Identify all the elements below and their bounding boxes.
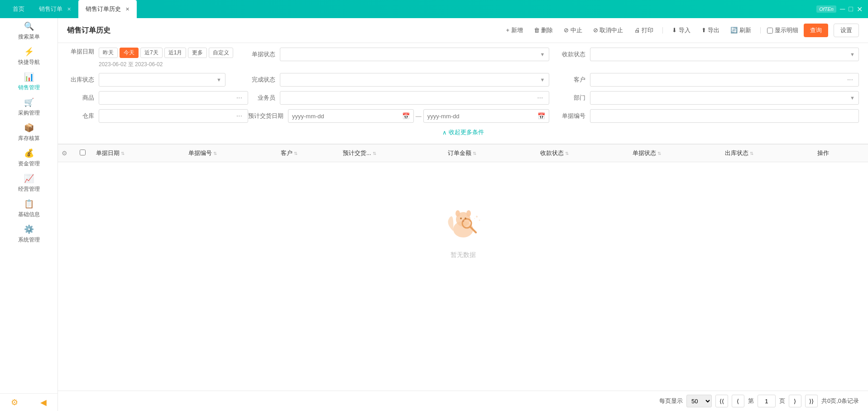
page-title-row: 销售订单历史 + 新增 🗑 删除 ⊘ 中止 ⊘ 取消中止 🖨 打印 ⬇ 导入 ⬆… — [67, 24, 859, 37]
delivery-start-input[interactable] — [292, 113, 400, 120]
salesperson-label: 业务员 — [248, 94, 280, 102]
warehouse-input[interactable] — [103, 113, 235, 120]
stop-button[interactable]: ⊘ 中止 — [561, 24, 585, 36]
date-btn-more[interactable]: 更多 — [188, 48, 207, 58]
page-go-label: 第 — [748, 397, 754, 405]
delivery-end-wrap: 📅 — [423, 109, 549, 123]
th-date-sort[interactable]: 单据日期 ⇅ — [96, 149, 181, 157]
goods-ellipsis[interactable]: ··· — [235, 94, 244, 102]
first-page-button[interactable]: ⟨⟨ — [715, 395, 728, 407]
maximize-icon[interactable]: □ — [849, 5, 853, 13]
th-number-sort[interactable]: 单据编号 ⇅ — [188, 149, 273, 157]
goods-label: 商品 — [67, 94, 99, 102]
delivery-end-input[interactable] — [427, 113, 536, 120]
filter-area: 单据日期 昨天 今天 近7天 近1月 更多 自定义 2023-06-02 至 2… — [58, 43, 868, 144]
th-order-status-sort[interactable]: 单据状态 ⇅ — [633, 149, 718, 157]
th-amount-sort[interactable]: 订单金额 ⇅ — [448, 149, 533, 157]
filter-row-2: 出库状态 ▼ 完成状态 ▼ 客户 — [67, 73, 859, 87]
export-button[interactable]: ⬆ 导出 — [699, 24, 723, 36]
last-page-button[interactable]: ⟩⟩ — [805, 395, 818, 407]
close-sales-order-icon[interactable]: ✕ — [67, 6, 71, 12]
customer-input[interactable] — [594, 77, 845, 83]
settings-button[interactable]: 设置 — [834, 24, 859, 37]
cancel-stop-button[interactable]: ⊘ 取消中止 — [590, 24, 626, 36]
goods-input[interactable] — [103, 95, 235, 102]
page-number-input[interactable] — [758, 395, 776, 407]
query-button[interactable]: 查询 — [804, 24, 828, 37]
date-btn-1month[interactable]: 近1月 — [164, 48, 187, 58]
calendar-start-icon[interactable]: 📅 — [402, 112, 410, 120]
date-btn-today[interactable]: 今天 — [120, 48, 139, 58]
sidebar-item-finance-label: 资金管理 — [18, 160, 40, 168]
select-all-checkbox[interactable] — [80, 150, 86, 155]
tab-sales-order-history-label: 销售订单历史 — [86, 5, 121, 13]
collapse-sidebar-icon[interactable]: ◀ — [40, 397, 47, 407]
customer-ellipsis[interactable]: ··· — [845, 76, 855, 84]
sidebar-item-operations-label: 经营管理 — [18, 185, 40, 193]
th-customer-sort-icon: ⇅ — [294, 151, 297, 156]
salesperson-ellipsis[interactable]: ··· — [535, 94, 545, 102]
order-status-select[interactable]: ▼ — [280, 48, 549, 61]
print-button[interactable]: 🖨 打印 — [632, 24, 657, 36]
sidebar-item-operations[interactable]: 📈 经营管理 — [0, 170, 58, 196]
sidebar-item-system[interactable]: ⚙️ 系统管理 — [0, 221, 58, 247]
tab-home[interactable]: 首页 — [5, 0, 32, 18]
display-detail-checkbox-label[interactable]: 显示明细 — [767, 26, 798, 34]
minimize-icon[interactable]: ─ — [840, 5, 845, 13]
date-btn-custom[interactable]: 自定义 — [209, 48, 233, 58]
sidebar-item-sales-mgmt[interactable]: 📊 销售管理 — [0, 69, 58, 94]
new-button[interactable]: + 新增 — [503, 24, 525, 36]
warehouse-ellipsis[interactable]: ··· — [235, 112, 244, 120]
delivery-start-wrap: 📅 — [288, 109, 414, 123]
empty-state-cell: 暂无数据 — [58, 162, 868, 296]
import-button[interactable]: ⬇ 导入 — [669, 24, 693, 36]
prev-page-button[interactable]: ⟨ — [732, 395, 744, 407]
table-header-row: ⚙ 单据日期 ⇅ 单据编号 — [58, 145, 868, 162]
th-payment-sort[interactable]: 收款状态 ⇅ — [540, 149, 625, 157]
th-actions-label: 操作 — [817, 150, 829, 156]
table-settings-icon[interactable]: ⚙ — [62, 150, 67, 157]
delete-button[interactable]: 🗑 删除 — [531, 24, 556, 36]
department-select[interactable]: ▼ — [590, 91, 859, 105]
page-header: 销售订单历史 + 新增 🗑 删除 ⊘ 中止 ⊘ 取消中止 🖨 打印 ⬇ 导入 ⬆… — [58, 18, 868, 43]
tab-sales-order[interactable]: 销售订单 ✕ — [32, 0, 78, 18]
calendar-end-icon[interactable]: 📅 — [537, 112, 545, 120]
sidebar-item-quick-nav[interactable]: ⚡ 快捷导航 — [0, 44, 58, 69]
toolbar-divider — [662, 27, 663, 34]
empty-illustration — [441, 198, 486, 244]
display-detail-checkbox[interactable] — [767, 28, 773, 34]
empty-text: 暂无数据 — [451, 251, 476, 259]
sidebar-item-search-menu[interactable]: 🔍 搜索菜单 — [0, 18, 58, 44]
department-label: 部门 — [558, 94, 590, 102]
outbound-status-select[interactable]: ▼ — [99, 73, 225, 87]
sidebar-item-inventory[interactable]: 📦 库存核算 — [0, 120, 58, 145]
display-detail-label: 显示明细 — [775, 26, 798, 34]
th-outbound-sort[interactable]: 出库状态 ⇅ — [725, 149, 810, 157]
th-customer-sort[interactable]: 客户 ⇅ — [281, 149, 336, 157]
refresh-button[interactable]: 🔄 刷新 — [728, 24, 754, 36]
salesperson-input[interactable] — [284, 95, 535, 102]
sidebar-item-purchase-mgmt[interactable]: 🛒 采购管理 — [0, 94, 58, 120]
window-close-icon[interactable]: ✕ — [857, 5, 863, 14]
th-delivery-sort[interactable]: 预计交货... ⇅ — [343, 149, 441, 157]
settings-gear-icon[interactable]: ⚙ — [11, 397, 18, 407]
completion-status-select[interactable]: ▼ — [280, 73, 549, 87]
payment-status-select[interactable]: ▼ — [590, 48, 859, 61]
next-page-button[interactable]: ⟩ — [789, 395, 801, 407]
svg-point-6 — [460, 218, 462, 219]
date-btn-yesterday[interactable]: 昨天 — [99, 48, 118, 58]
close-history-icon[interactable]: ✕ — [125, 6, 129, 12]
completion-status-label: 完成状态 — [248, 76, 280, 84]
th-outbound-label: 出库状态 — [725, 149, 748, 157]
order-number-input[interactable] — [590, 109, 859, 123]
collapse-more-button[interactable]: ∧ 收起更多条件 — [67, 126, 859, 139]
top-bar: 首页 销售订单 ✕ 销售订单历史 ✕ OfTEn ─ □ ✕ — [0, 0, 868, 18]
page-size-select[interactable]: 10 20 50 100 — [686, 395, 712, 407]
table-body: 暂无数据 — [58, 162, 868, 296]
tab-sales-order-history[interactable]: 销售订单历史 ✕ — [78, 0, 137, 18]
date-btn-7days[interactable]: 近7天 — [140, 48, 163, 58]
sidebar-item-basic-info[interactable]: 📋 基础信息 — [0, 196, 58, 221]
sidebar-item-finance[interactable]: 💰 资金管理 — [0, 145, 58, 170]
customer-label: 客户 — [558, 76, 590, 84]
svg-point-3 — [466, 210, 471, 217]
